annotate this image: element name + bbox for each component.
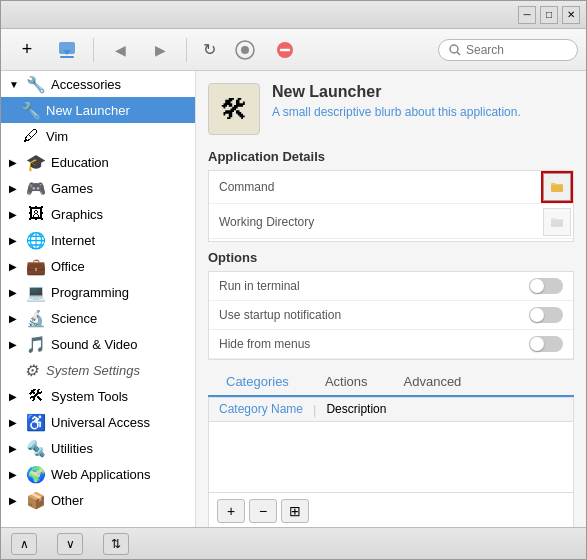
sidebar-item-education[interactable]: ▶ 🎓 Education [1, 149, 195, 175]
sidebar-item-utilities[interactable]: ▶ 🔩 Utilities [1, 435, 195, 461]
startup-option-row: Use startup notification [209, 301, 573, 330]
add-button[interactable]: + [9, 34, 45, 66]
terminal-toggle-knob [530, 279, 544, 293]
sidebar-label: Web Applications [51, 467, 151, 482]
sidebar-label: Programming [51, 285, 129, 300]
maximize-button[interactable]: □ [540, 6, 558, 24]
search-input[interactable] [466, 43, 566, 57]
expand-arrow: ▶ [9, 443, 21, 454]
app-settings-icon [234, 39, 256, 61]
working-dir-label: Working Directory [209, 209, 339, 235]
tab-advanced[interactable]: Advanced [386, 368, 480, 397]
sidebar-item-system-settings[interactable]: ⚙ System Settings [1, 357, 195, 383]
search-icon [449, 44, 461, 56]
sidebar-item-programming[interactable]: ▶ 💻 Programming [1, 279, 195, 305]
sidebar-label: Utilities [51, 441, 93, 456]
sort-button[interactable]: ⇅ [103, 533, 129, 555]
svg-point-4 [241, 46, 249, 54]
sidebar-item-vim[interactable]: 🖊 Vim [1, 123, 195, 149]
startup-toggle[interactable] [529, 307, 563, 323]
add-category-button[interactable]: + [217, 499, 245, 523]
options-title: Options [208, 250, 574, 265]
sidebar-label: New Launcher [46, 103, 130, 118]
app-header: 🛠 New Launcher A small descriptive blurb… [208, 83, 574, 135]
sidebar-label: System Tools [51, 389, 128, 404]
tab-actions[interactable]: Actions [307, 368, 386, 397]
categories-header: Category Name | Description [209, 398, 573, 422]
graphics-icon: 🖼 [26, 205, 46, 223]
content-area: 🛠 New Launcher A small descriptive blurb… [196, 71, 586, 527]
education-icon: 🎓 [26, 153, 46, 172]
sidebar-item-system-tools[interactable]: ▶ 🛠 System Tools [1, 383, 195, 409]
app-icon-button[interactable] [227, 34, 263, 66]
statusbar: ∧ ∨ ⇅ [1, 527, 586, 559]
minimize-button[interactable]: ─ [518, 6, 536, 24]
sidebar-item-universal-access[interactable]: ▶ ♿ Universal Access [1, 409, 195, 435]
header-description[interactable]: Description [316, 398, 396, 421]
app-description: A small descriptive blurb about this app… [272, 105, 521, 119]
sidebar-item-accessories[interactable]: ▼ 🔧 Accessories [1, 71, 195, 97]
toolbar: + ◀ ▶ ↻ [1, 29, 586, 71]
forward-button[interactable]: ▶ [142, 34, 178, 66]
scroll-down-button[interactable]: ∨ [57, 533, 83, 555]
sound-video-icon: 🎵 [26, 335, 46, 354]
expand-arrow: ▶ [9, 209, 21, 220]
expand-arrow: ▶ [9, 495, 21, 506]
close-button[interactable]: ✕ [562, 6, 580, 24]
app-header-text: New Launcher A small descriptive blurb a… [272, 83, 521, 119]
games-icon: 🎮 [26, 179, 46, 198]
sidebar-item-office[interactable]: ▶ 💼 Office [1, 253, 195, 279]
sidebar-label: Internet [51, 233, 95, 248]
hide-option-row: Hide from menus [209, 330, 573, 359]
internet-icon: 🌐 [26, 231, 46, 250]
sidebar-item-web-applications[interactable]: ▶ 🌍 Web Applications [1, 461, 195, 487]
sidebar-item-science[interactable]: ▶ 🔬 Science [1, 305, 195, 331]
hide-option-label: Hide from menus [219, 337, 529, 351]
working-dir-browse-button[interactable] [543, 208, 571, 236]
titlebar: ─ □ ✕ [1, 1, 586, 29]
expand-arrow: ▶ [9, 235, 21, 246]
svg-line-8 [457, 52, 460, 55]
expand-arrow: ▶ [9, 469, 21, 480]
hide-toggle[interactable] [529, 336, 563, 352]
header-category-name[interactable]: Category Name [209, 398, 313, 421]
sidebar-item-other[interactable]: ▶ 📦 Other [1, 487, 195, 513]
sidebar-item-sound-video[interactable]: ▶ 🎵 Sound & Video [1, 331, 195, 357]
vim-icon: 🖊 [21, 127, 41, 145]
edit-category-button[interactable]: ⊞ [281, 499, 309, 523]
app-name: New Launcher [272, 83, 521, 101]
expand-arrow: ▶ [9, 417, 21, 428]
expand-arrow: ▶ [9, 313, 21, 324]
system-settings-icon: ⚙ [21, 361, 41, 380]
tab-categories[interactable]: Categories [208, 368, 307, 397]
sidebar-label: Sound & Video [51, 337, 138, 352]
sidebar-label: Universal Access [51, 415, 150, 430]
categories-table-body [209, 422, 573, 492]
remove-category-button[interactable]: − [249, 499, 277, 523]
sidebar-label: Education [51, 155, 109, 170]
install-button[interactable] [49, 34, 85, 66]
refresh-button[interactable]: ↻ [195, 36, 223, 64]
sidebar-label: Science [51, 311, 97, 326]
accessories-icon: 🔧 [26, 75, 46, 94]
scroll-up-button[interactable]: ∧ [11, 533, 37, 555]
back-button[interactable]: ◀ [102, 34, 138, 66]
utilities-icon: 🔩 [26, 439, 46, 458]
stop-button[interactable] [267, 34, 303, 66]
working-dir-input[interactable] [339, 210, 541, 234]
sidebar-item-new-launcher[interactable]: 🔧 New Launcher [1, 97, 195, 123]
new-launcher-icon: 🔧 [21, 101, 41, 120]
terminal-toggle[interactable] [529, 278, 563, 294]
command-input[interactable] [339, 175, 541, 199]
section-details-title: Application Details [208, 149, 574, 164]
svg-point-7 [450, 45, 458, 53]
sidebar-item-games[interactable]: ▶ 🎮 Games [1, 175, 195, 201]
command-browse-button[interactable] [543, 173, 571, 201]
sidebar-item-graphics[interactable]: ▶ 🖼 Graphics [1, 201, 195, 227]
sidebar-label: System Settings [46, 363, 140, 378]
sidebar-label: Other [51, 493, 84, 508]
folder-icon [550, 180, 564, 194]
sidebar-item-internet[interactable]: ▶ 🌐 Internet [1, 227, 195, 253]
categories-table: Category Name | Description [208, 397, 574, 493]
install-icon [57, 40, 77, 60]
